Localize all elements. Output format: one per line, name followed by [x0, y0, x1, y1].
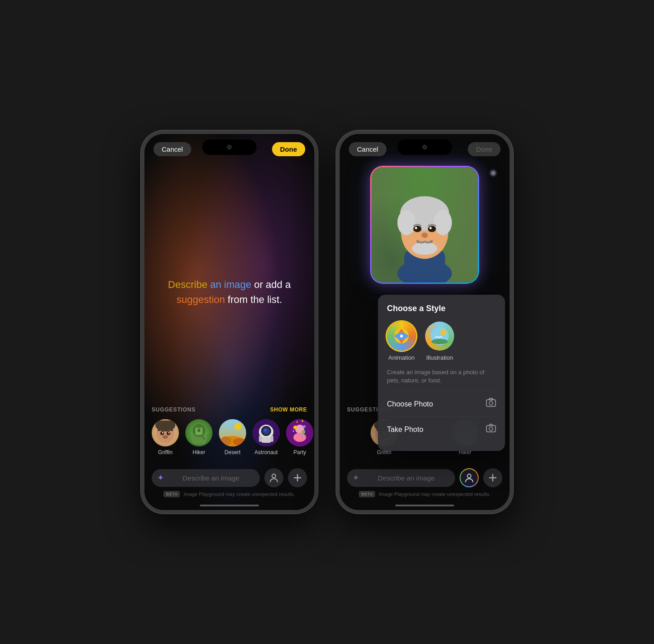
- dynamic-island-2: [397, 139, 452, 155]
- suggestion-astronaut[interactable]: Astronaut: [253, 419, 280, 456]
- camera-dot: [227, 145, 232, 149]
- svg-rect-25: [261, 437, 272, 443]
- hiker-avatar: [185, 419, 213, 446]
- svg-point-17: [220, 436, 231, 446]
- style-option-animation[interactable]: Animation: [387, 322, 416, 361]
- style-options: Animation Illu: [387, 322, 496, 361]
- input-placeholder-2: Describe an image: [378, 474, 435, 482]
- choose-photo-icon: [486, 398, 496, 410]
- animation-label: Animation: [388, 354, 415, 361]
- svg-point-52: [412, 242, 437, 255]
- done-button-2[interactable]: Done: [468, 142, 500, 156]
- svg-rect-8: [171, 430, 173, 431]
- playground-icon-1: ✦: [157, 473, 164, 483]
- animation-icon: [387, 322, 416, 351]
- svg-point-45: [397, 210, 416, 235]
- style-option-illustration[interactable]: Illustration: [425, 322, 454, 361]
- phone-1: Cancel Done Describe an image or add a s…: [141, 130, 318, 514]
- take-photo-icon: [486, 423, 496, 436]
- cancel-button-2[interactable]: Cancel: [349, 142, 386, 156]
- beta-row-2: BETA Image Playground may create unexpec…: [359, 491, 490, 497]
- playground-icon-2: ✦: [352, 473, 359, 483]
- svg-point-49: [415, 227, 417, 229]
- phone-2-frame: Cancel Done: [336, 130, 513, 514]
- glowing-dot: [490, 170, 496, 176]
- griffin-face: [152, 419, 179, 446]
- svg-point-60: [489, 401, 493, 405]
- svg-rect-7: [158, 430, 160, 431]
- svg-point-48: [428, 226, 436, 232]
- style-popup: Choose a Style: [378, 295, 505, 451]
- suggestions-header-1: SUGGESTIONS SHOW MORE: [152, 406, 307, 413]
- svg-point-63: [489, 427, 493, 431]
- svg-point-13: [198, 429, 200, 432]
- beta-text-1: Image Playground may create unexpected r…: [183, 491, 295, 497]
- svg-point-58: [440, 329, 446, 336]
- suggestion-griffin[interactable]: Griffin: [152, 419, 179, 456]
- svg-point-19: [234, 423, 242, 430]
- hiker-label: Hiker: [193, 449, 205, 456]
- suggestion-party[interactable]: Party: [286, 419, 313, 456]
- svg-rect-12: [197, 427, 201, 429]
- bottom-bar-2: ✦ Describe an image: [347, 468, 502, 497]
- svg-point-78: [467, 474, 471, 478]
- photo-inner: [372, 167, 478, 282]
- beta-badge-2: BETA: [359, 491, 375, 497]
- suggestion-hiker[interactable]: Hiker: [185, 419, 213, 456]
- svg-point-18: [233, 438, 246, 446]
- phone-2: Cancel Done: [336, 130, 513, 514]
- done-button-1[interactable]: Done: [272, 142, 306, 156]
- phone-1-frame: Cancel Done Describe an image or add a s…: [141, 130, 318, 514]
- svg-point-50: [430, 227, 432, 229]
- svg-point-33: [302, 430, 305, 434]
- svg-point-51: [421, 233, 428, 238]
- party-label: Party: [293, 449, 306, 456]
- style-description: Create an image based on a photo of pets…: [387, 368, 496, 385]
- prompt-image: an image: [210, 279, 252, 290]
- take-photo-action[interactable]: Take Photo: [387, 416, 496, 442]
- add-button-2[interactable]: [483, 468, 502, 487]
- prompt-text: Describe an image or add a suggestion fr…: [168, 279, 291, 305]
- describe-input-container-1[interactable]: ✦ Describe an image: [152, 469, 260, 487]
- photo-card: [370, 166, 479, 284]
- desert-avatar: [219, 419, 246, 446]
- svg-point-46: [434, 210, 452, 235]
- input-row-2: ✦ Describe an image: [347, 468, 502, 487]
- person-button-2[interactable]: [460, 468, 479, 487]
- suggestions-section-1: SUGGESTIONS SHOW MORE: [144, 406, 314, 456]
- camera-dot-2: [422, 145, 427, 149]
- dynamic-island-1: [202, 139, 257, 155]
- svg-point-32: [303, 425, 306, 428]
- input-placeholder-1: Describe an image: [183, 474, 239, 482]
- suggestions-row-1: Griffin: [152, 419, 307, 456]
- beta-badge-1: BETA: [164, 491, 180, 497]
- svg-point-30: [293, 433, 306, 442]
- svg-point-31: [293, 426, 297, 429]
- choose-photo-action[interactable]: Choose Photo: [387, 391, 496, 416]
- show-more-button[interactable]: SHOW MORE: [270, 406, 307, 413]
- prompt-describe: Describe: [168, 279, 210, 290]
- input-row-1: ✦ Describe an image: [152, 468, 307, 487]
- party-avatar: [286, 419, 313, 446]
- person-button-1[interactable]: [264, 468, 283, 487]
- griffin-avatar: [152, 419, 179, 446]
- phone-1-screen: Cancel Done Describe an image or add a s…: [144, 134, 314, 510]
- prompt-from: from the list.: [225, 294, 282, 305]
- cancel-button-1[interactable]: Cancel: [154, 142, 191, 156]
- prompt-or: or add a: [251, 279, 291, 290]
- illustration-label: Illustration: [426, 354, 453, 361]
- style-popup-title: Choose a Style: [387, 304, 496, 313]
- svg-point-6: [163, 435, 168, 439]
- svg-rect-26: [259, 436, 262, 442]
- choose-photo-label: Choose Photo: [387, 400, 433, 408]
- suggestion-desert[interactable]: Desert: [219, 419, 246, 456]
- center-prompt: Describe an image or add a suggestion fr…: [166, 277, 293, 307]
- prompt-suggestion: suggestion: [177, 294, 225, 305]
- person-icon-inner: [461, 469, 478, 486]
- svg-rect-62: [486, 426, 495, 432]
- svg-point-4: [162, 432, 164, 433]
- describe-input-container-2[interactable]: ✦ Describe an image: [347, 469, 455, 487]
- add-button-1[interactable]: [288, 468, 307, 487]
- bottom-bar-1: ✦ Describe an image: [152, 468, 307, 497]
- beta-row-1: BETA Image Playground may create unexpec…: [164, 491, 295, 497]
